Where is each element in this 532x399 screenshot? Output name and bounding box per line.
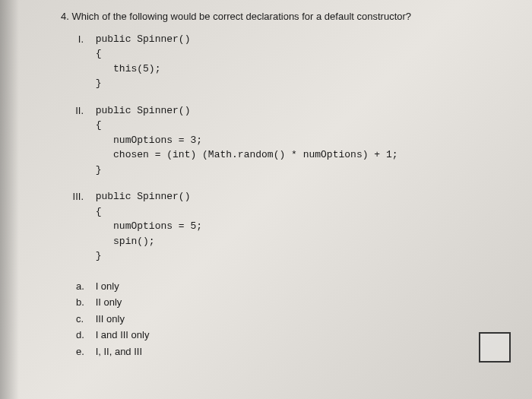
answer-a-text: I only xyxy=(96,280,119,292)
answer-b: b. II only xyxy=(76,295,502,310)
answer-d-text: I and III only xyxy=(96,329,150,340)
option-iii-label: III. xyxy=(53,189,84,204)
option-i-code: public Spinner() { this(5); } xyxy=(96,32,191,91)
option-iii: III. public Spinner() { numOptions = 5; … xyxy=(46,189,502,264)
answer-c: c. III only xyxy=(76,312,502,327)
question-text: Which of the following would be correct … xyxy=(71,11,411,22)
option-i-label: I. xyxy=(53,32,84,47)
option-i: I. public Spinner() { this(5); } xyxy=(46,32,502,91)
option-iii-code: public Spinner() { numOptions = 5; spin(… xyxy=(96,189,202,264)
answer-c-text: III only xyxy=(96,313,125,325)
option-ii-label: II. xyxy=(53,103,84,119)
answer-choices: a. I only b. II only c. III only d. I an… xyxy=(76,279,502,359)
answer-c-letter: c. xyxy=(76,312,93,327)
option-ii-code: public Spinner() { numOptions = 3; chose… xyxy=(96,103,398,178)
option-ii: II. public Spinner() { numOptions = 3; c… xyxy=(46,103,502,178)
question-header: 4. Which of the following would be corre… xyxy=(61,9,502,24)
answer-e-text: I, II, and III xyxy=(96,346,142,357)
answer-b-text: II only xyxy=(96,296,122,308)
answer-b-letter: b. xyxy=(76,295,93,310)
answer-d-letter: d. xyxy=(76,328,93,343)
answer-e-letter: e. xyxy=(76,344,93,359)
answer-e: e. I, II, and III xyxy=(76,344,502,359)
drawn-box xyxy=(479,332,511,363)
worksheet-page: 4. Which of the following would be corre… xyxy=(0,0,532,368)
answer-a: a. I only xyxy=(76,279,502,294)
answer-a-letter: a. xyxy=(76,279,93,294)
answer-d: d. I and III only xyxy=(76,328,502,343)
question-number: 4. xyxy=(61,11,69,22)
page-shadow xyxy=(0,0,19,399)
